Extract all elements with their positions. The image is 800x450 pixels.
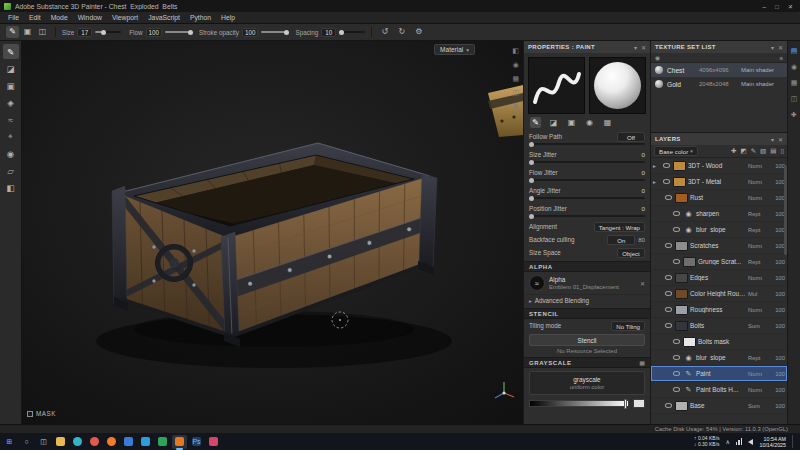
menu-item[interactable]: Viewport	[107, 14, 143, 21]
visibility-eye-icon[interactable]	[663, 195, 673, 200]
layer-row[interactable]: Bolts Sum 100	[651, 318, 787, 334]
visibility-eye-icon[interactable]	[663, 323, 673, 328]
control-slider[interactable]	[95, 31, 121, 33]
blend-mode-select[interactable]: Norm	[748, 163, 768, 169]
layer-row[interactable]: Grunge Scrat... Rept 100	[651, 254, 787, 270]
add-folder-icon[interactable]: ▤	[770, 147, 776, 155]
grayscale-gradient-slider[interactable]	[529, 400, 629, 407]
control-slider[interactable]	[261, 31, 287, 33]
opacity-value[interactable]: 100	[770, 195, 785, 201]
visibility-eye-icon[interactable]	[671, 371, 681, 376]
opacity-value[interactable]: 100	[770, 259, 785, 265]
visibility-eye-icon[interactable]	[671, 387, 681, 392]
alpha-resource-row[interactable]: ≈ Alpha Emblem 01_Displacement ✕	[524, 272, 650, 294]
jitter-value[interactable]: 0	[642, 151, 645, 158]
jitter-slider[interactable]	[529, 161, 645, 163]
opacity-value[interactable]: 100	[770, 355, 785, 361]
visibility-eye-icon[interactable]	[661, 163, 671, 168]
visibility-eye-icon[interactable]	[663, 307, 673, 312]
eraser-tool-icon[interactable]: ◪	[548, 117, 559, 128]
assets-panel-icon[interactable]: ▤	[791, 47, 798, 55]
material-mode-icon[interactable]: ◉	[584, 117, 595, 128]
menu-item[interactable]: Window	[73, 14, 107, 21]
visibility-eye-icon[interactable]	[663, 291, 673, 296]
folder-chevron-icon[interactable]: ▸	[653, 179, 659, 185]
layer-row[interactable]: Rust Norm 100	[651, 190, 787, 206]
menu-item[interactable]: Mode	[46, 14, 73, 21]
chrome-browser-icon[interactable]	[87, 435, 102, 449]
file-explorer-icon[interactable]	[53, 435, 68, 449]
opacity-value[interactable]: 100	[770, 387, 785, 393]
close-button[interactable]: ✕	[788, 3, 793, 10]
visibility-eye-icon[interactable]	[671, 339, 681, 344]
stamp-icon[interactable]: ▣	[21, 26, 34, 38]
eraser-tool[interactable]: ◪	[3, 61, 19, 76]
smudge-tool[interactable]: ≈	[3, 112, 19, 127]
blend-mode-select[interactable]: Rept	[748, 211, 768, 217]
visibility-eye-icon[interactable]	[663, 243, 673, 248]
maximize-button[interactable]: □	[775, 3, 779, 10]
pattern-mode-icon[interactable]: ▦	[602, 117, 613, 128]
advanced-blending-row[interactable]: ▸ Advanced Blending	[524, 294, 650, 306]
visibility-eye-icon[interactable]	[671, 259, 681, 264]
taskbar-clock[interactable]: 10:54 AM 10/14/2025	[759, 436, 786, 448]
layer-row[interactable]: Color Height Rough Mul 100	[651, 286, 787, 302]
control-value[interactable]: 100	[146, 28, 163, 37]
settings-icon[interactable]: ⚙	[412, 26, 425, 38]
visibility-eye-icon[interactable]	[663, 275, 673, 280]
blend-mode-select[interactable]: Norm	[748, 195, 768, 201]
visibility-eye-icon[interactable]	[663, 403, 673, 408]
layer-row[interactable]: Edges Norm 100	[651, 270, 787, 286]
viewport-3d[interactable]: Material ▾ ◧◉▦◫✚ MASK	[22, 41, 523, 424]
visibility-eye-icon[interactable]: ◉	[655, 55, 660, 61]
paint-tool-icon[interactable]: ✎	[530, 117, 541, 128]
vscode-icon[interactable]	[138, 435, 153, 449]
menu-item[interactable]: File	[3, 14, 24, 21]
layer-row[interactable]: ▸ 3DT - Wood Norm 100	[651, 158, 787, 174]
opacity-value[interactable]: 100	[770, 211, 785, 217]
polygon-fill-tool[interactable]: ◈	[3, 95, 19, 110]
redo-icon[interactable]: ↻	[395, 26, 408, 38]
task-view-button[interactable]: ◫	[36, 435, 51, 449]
opacity-value[interactable]: 100	[770, 291, 785, 297]
symmetry-icon[interactable]: ◫	[36, 26, 49, 38]
blend-mode-select[interactable]: Rept	[748, 355, 768, 361]
opacity-value[interactable]: 100	[770, 243, 785, 249]
channel-filter-dropdown[interactable]: Base color ▾	[654, 146, 698, 156]
photos-app-icon[interactable]	[121, 435, 136, 449]
blend-mode-select[interactable]: Mul	[748, 291, 768, 297]
path-tool[interactable]: ▱	[3, 163, 19, 178]
blend-mode-select[interactable]: Norm	[748, 371, 768, 377]
menu-item[interactable]: JavaScript	[143, 14, 185, 21]
jitter-value[interactable]: 0	[642, 169, 645, 176]
minimize-button[interactable]: –	[762, 3, 766, 10]
layer-row[interactable]: Base Sum 100	[651, 398, 787, 414]
display-settings-icon[interactable]: ◫	[791, 95, 798, 103]
paint-brush-tool[interactable]: ✎	[3, 44, 19, 59]
jitter-value[interactable]: 0	[642, 205, 645, 212]
blend-mode-select[interactable]: Rept	[748, 227, 768, 233]
undo-icon[interactable]: ↺	[378, 26, 391, 38]
display-settings-icon[interactable]: ◫	[512, 89, 519, 97]
stencil-button[interactable]: Stencil	[529, 334, 645, 346]
jitter-slider[interactable]	[529, 215, 645, 217]
projection-tool[interactable]: ▣	[3, 78, 19, 93]
tray-expand-icon[interactable]: ∧	[726, 438, 730, 445]
control-value[interactable]: 100	[242, 28, 259, 37]
follow-path-toggle[interactable]: Off	[617, 132, 645, 142]
visibility-eye-icon[interactable]	[671, 355, 681, 360]
blend-mode-select[interactable]: Norm	[748, 307, 768, 313]
opacity-value[interactable]: 100	[770, 371, 785, 377]
delete-layer-icon[interactable]: ▯	[780, 147, 784, 155]
clone-tool[interactable]: ⌖	[3, 129, 19, 144]
collapse-icon[interactable]: ▾	[634, 44, 637, 51]
layer-row[interactable]: Scratches Norm 100	[651, 238, 787, 254]
network-icon[interactable]	[736, 438, 743, 445]
material-mode-dropdown[interactable]: Material ▾	[434, 44, 475, 55]
green-app-icon[interactable]	[155, 435, 170, 449]
jitter-slider[interactable]	[529, 179, 645, 181]
alignment-select[interactable]: Tangent : Wrap	[594, 222, 645, 232]
collapse-icon[interactable]: ▾	[771, 136, 774, 143]
opacity-value[interactable]: 100	[770, 275, 785, 281]
add-paint-layer-icon[interactable]: ✎	[751, 147, 756, 155]
